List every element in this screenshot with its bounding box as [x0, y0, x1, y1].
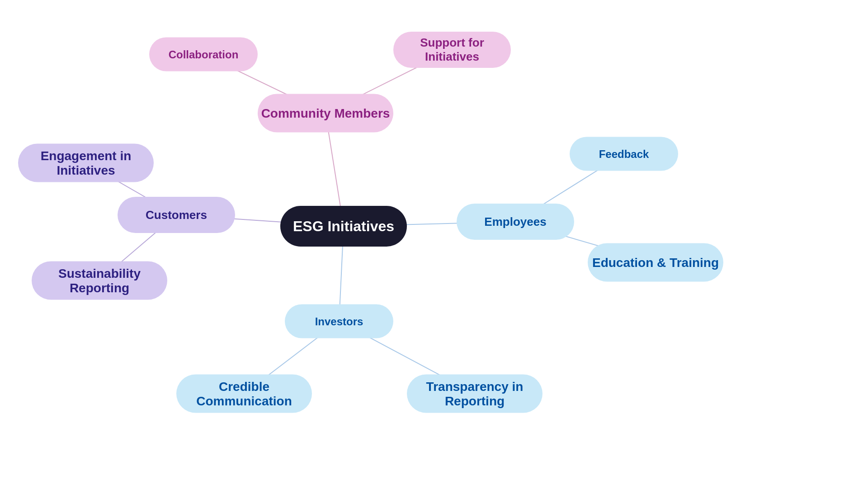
connection-lines: [0, 0, 868, 490]
investors-node: Investors: [285, 304, 393, 338]
collaboration-node: Collaboration: [149, 38, 258, 71]
education-label: Education & Training: [592, 255, 719, 270]
support-initiatives-label: Support for Initiatives: [393, 36, 511, 64]
community-members-label: Community Members: [261, 106, 390, 120]
center-node: ESG Initiatives: [280, 206, 407, 247]
customers-node: Customers: [118, 197, 235, 233]
credible-communication-label: Credible Communication: [176, 379, 312, 408]
support-initiatives-node: Support for Initiatives: [393, 32, 511, 68]
credible-communication-node: Credible Communication: [176, 375, 312, 413]
employees-node: Employees: [457, 204, 574, 240]
feedback-node: Feedback: [570, 137, 678, 171]
employees-label: Employees: [484, 215, 546, 229]
community-members-node: Community Members: [258, 94, 393, 133]
sustainability-label: Sustainability Reporting: [32, 266, 167, 295]
engagement-node: Engagement in Initiatives: [18, 144, 154, 182]
collaboration-label: Collaboration: [169, 48, 239, 61]
customers-label: Customers: [146, 208, 207, 222]
engagement-label: Engagement in Initiatives: [18, 148, 154, 177]
education-node: Education & Training: [588, 243, 723, 282]
feedback-label: Feedback: [599, 147, 649, 160]
mind-map-container: ESG Initiatives Community Members Collab…: [0, 0, 868, 490]
sustainability-node: Sustainability Reporting: [32, 262, 167, 300]
transparency-label: Transparency in Reporting: [407, 379, 542, 408]
center-label: ESG Initiatives: [293, 218, 394, 235]
investors-label: Investors: [315, 315, 363, 328]
transparency-node: Transparency in Reporting: [407, 375, 542, 413]
